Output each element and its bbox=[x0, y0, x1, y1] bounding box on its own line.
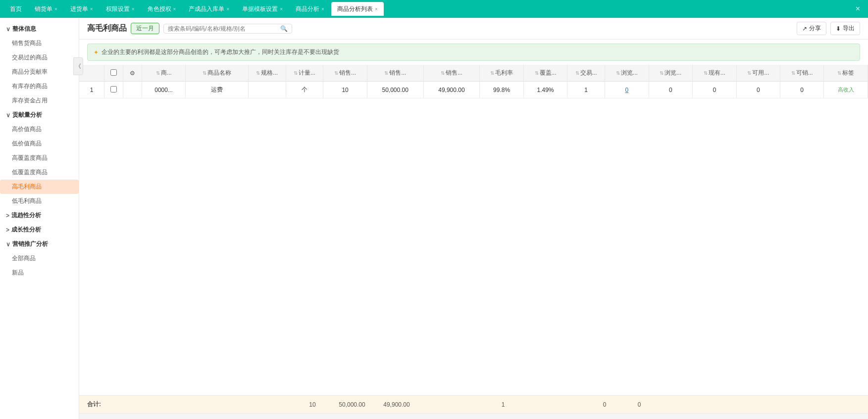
nav-tab-1[interactable]: 销货单× bbox=[29, 2, 63, 16]
footer-salesQty: 10 bbox=[295, 401, 330, 408]
col-header-settings[interactable]: ⚙ bbox=[123, 65, 142, 82]
sidebar-group-3: >成长性分析 bbox=[0, 223, 79, 237]
footer-available: 0 bbox=[622, 401, 657, 408]
sidebar-item-0-3[interactable]: 有库存的商品 bbox=[0, 79, 79, 93]
nav-tab-7[interactable]: 商品分析× bbox=[290, 2, 330, 16]
sidebar-group-title-1[interactable]: ∨贡献量分析 bbox=[0, 108, 79, 122]
nav-tab-3[interactable]: 权限设置× bbox=[100, 2, 141, 16]
nav-tab-close[interactable]: × bbox=[54, 6, 57, 12]
export-button[interactable]: ⬇ 导出 bbox=[830, 22, 860, 35]
sidebar-group-1: ∨贡献量分析高价值商品低价值商品高覆盖度商品低覆盖度商品高毛利商品低毛利商品 bbox=[0, 108, 79, 208]
sidebar-item-1-1[interactable]: 低价值商品 bbox=[0, 137, 79, 151]
cell-tag: 高收入 bbox=[824, 82, 868, 98]
cell-no: 1 bbox=[79, 82, 104, 98]
nav-tab-6[interactable]: 单据模板设置× bbox=[236, 2, 289, 16]
col-header-coverage: ⇅覆盖... bbox=[523, 65, 567, 82]
select-all-checkbox[interactable] bbox=[110, 69, 117, 76]
sidebar-group-title-2[interactable]: >流趋性分析 bbox=[0, 208, 79, 223]
cell-salesAmt: 50,000.00 bbox=[367, 82, 423, 98]
cell-checkbox[interactable] bbox=[104, 82, 123, 98]
col-sort-icon: ⇅ bbox=[203, 70, 206, 76]
col-sort-icon: ⇅ bbox=[616, 70, 620, 76]
nav-tab-5[interactable]: 产成品入库单× bbox=[183, 2, 235, 16]
search-input[interactable] bbox=[168, 25, 280, 32]
nav-tab-close[interactable]: × bbox=[375, 6, 378, 12]
sidebar-item-1-3[interactable]: 低覆盖度商品 bbox=[0, 165, 79, 180]
nav-tab-label: 进货单 bbox=[70, 5, 88, 13]
sidebar-item-0-1[interactable]: 交易过的商品 bbox=[0, 50, 79, 65]
sidebar-group-label: 整体信息 bbox=[12, 25, 36, 33]
bottom-scrollbar[interactable] bbox=[79, 413, 868, 419]
col-sort-icon: ⇅ bbox=[535, 70, 539, 76]
nav-tab-label: 单据模板设置 bbox=[242, 5, 278, 13]
share-button[interactable]: ↗ 分享 bbox=[797, 22, 826, 35]
sidebar-item-1-4[interactable]: 高毛利商品 bbox=[0, 180, 79, 194]
col-checkbox[interactable] bbox=[104, 65, 123, 82]
close-all-tabs[interactable]: × bbox=[852, 4, 864, 13]
nav-tabs: 首页销货单×进货单×权限设置×角色授权×产成品入库单×单据模板设置×商品分析×商… bbox=[4, 2, 851, 16]
nav-tab-8[interactable]: 商品分析列表× bbox=[331, 2, 384, 16]
sidebar: ∨整体信息销售货商品交易过的商品商品分贡献率有库存的商品库存资金占用∨贡献量分析… bbox=[0, 18, 79, 419]
sidebar-item-4-1[interactable]: 新品 bbox=[0, 266, 79, 280]
sidebar-item-1-0[interactable]: 高价值商品 bbox=[0, 122, 79, 137]
search-box[interactable]: 🔍 bbox=[163, 24, 292, 34]
sidebar-item-0-2[interactable]: 商品分贡献率 bbox=[0, 65, 79, 79]
sidebar-group-title-3[interactable]: >成长性分析 bbox=[0, 223, 79, 237]
nav-tab-2[interactable]: 进货单× bbox=[64, 2, 99, 16]
nav-tab-close[interactable]: × bbox=[173, 6, 176, 12]
nav-tab-close[interactable]: × bbox=[226, 6, 229, 12]
arrow-icon: > bbox=[6, 227, 9, 233]
sidebar-item-4-0[interactable]: 全部商品 bbox=[0, 251, 79, 266]
col-header-stock: ⇅现有... bbox=[693, 65, 736, 82]
data-table-container[interactable]: ⚙⇅商...⇅商品名称⇅规格...⇅计量...⇅销售...⇅销售...⇅销售..… bbox=[79, 65, 868, 395]
footer-trade: 1 bbox=[488, 401, 518, 408]
cell-saleable: 0 bbox=[780, 82, 823, 98]
cell-trade: 1 bbox=[567, 82, 605, 98]
col-header-salesAmt: ⇅销售... bbox=[367, 65, 423, 82]
browse-count-link[interactable]: 0 bbox=[625, 87, 628, 93]
col-header-salesNet: ⇅销售... bbox=[423, 65, 480, 82]
col-label: 现有... bbox=[709, 69, 725, 77]
nav-tab-close[interactable]: × bbox=[321, 6, 324, 12]
sidebar-item-1-2[interactable]: 高覆盖度商品 bbox=[0, 151, 79, 165]
filter-recent-month[interactable]: 近一月 bbox=[131, 23, 159, 34]
col-label: 商... bbox=[161, 69, 172, 77]
col-settings-icon[interactable]: ⚙ bbox=[130, 70, 135, 77]
nav-tab-close[interactable]: × bbox=[132, 6, 135, 12]
footer-sum: 合计: 10 50,000.00 49,900.00 1 0 0 bbox=[79, 395, 868, 413]
content-header: 高毛利商品 近一月 🔍 ↗ 分享 ⬇ 导出 bbox=[79, 18, 868, 40]
nav-tab-0[interactable]: 首页 bbox=[4, 2, 28, 16]
footer-salesAmt: 50,000.00 bbox=[330, 401, 374, 408]
col-label: 销售... bbox=[339, 69, 356, 77]
col-header-spec: ⇅规格... bbox=[248, 65, 286, 82]
sidebar-item-0-4[interactable]: 库存资金占用 bbox=[0, 93, 79, 108]
sidebar-item-0-0[interactable]: 销售货商品 bbox=[0, 36, 79, 50]
sidebar-group-title-4[interactable]: ∨营销推广分析 bbox=[0, 237, 79, 251]
col-header-trade: ⇅交易... bbox=[567, 65, 605, 82]
search-icon[interactable]: 🔍 bbox=[280, 25, 288, 32]
nav-tab-label: 权限设置 bbox=[106, 5, 130, 13]
col-sort-icon: ⇅ bbox=[575, 70, 579, 76]
info-icon: ✦ bbox=[94, 49, 99, 56]
share-icon: ↗ bbox=[802, 25, 807, 32]
info-banner: ✦ 企业的主要的利润都是这部分商品创造的，可考虑加大推广，同时关注库存是不要出现… bbox=[87, 44, 860, 61]
sidebar-item-1-5[interactable]: 低毛利商品 bbox=[0, 194, 79, 208]
sidebar-group-title-0[interactable]: ∨整体信息 bbox=[0, 22, 79, 36]
col-sort-icon: ⇅ bbox=[384, 70, 388, 76]
col-sort-icon: ⇅ bbox=[791, 70, 795, 76]
info-text: 企业的主要的利润都是这部分商品创造的，可考虑加大推广，同时关注库存是不要出现缺货 bbox=[102, 48, 339, 56]
col-label: 覆盖... bbox=[540, 69, 557, 77]
cell-salesQty: 10 bbox=[323, 82, 367, 98]
nav-tab-close[interactable]: × bbox=[90, 6, 93, 12]
col-sort-icon: ⇅ bbox=[660, 70, 664, 76]
nav-tab-4[interactable]: 角色授权× bbox=[142, 2, 182, 16]
col-label: 规格... bbox=[261, 69, 278, 77]
sidebar-collapse-btn[interactable]: 《 bbox=[73, 57, 83, 75]
nav-tab-close[interactable]: × bbox=[280, 6, 283, 12]
cell-grossRate: 99.8% bbox=[480, 82, 523, 98]
share-label: 分享 bbox=[809, 24, 821, 33]
page-title: 高毛利商品 bbox=[87, 23, 127, 34]
row-checkbox[interactable] bbox=[110, 86, 117, 93]
footer-stock: 0 bbox=[587, 401, 622, 408]
nav-tab-label: 商品分析 bbox=[296, 5, 319, 13]
